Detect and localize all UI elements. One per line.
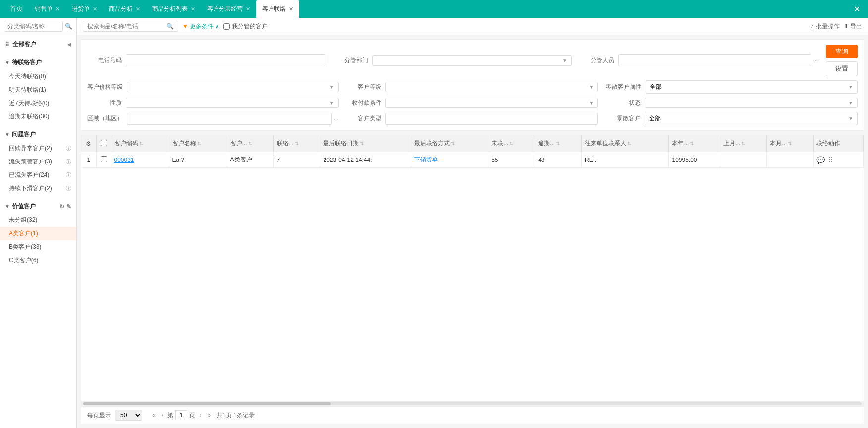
page-number-input[interactable]: 1 bbox=[175, 410, 188, 420]
filter-customer-level-select[interactable]: ▼ bbox=[385, 82, 598, 92]
nav-tab-sales[interactable]: 销售单 ✕ bbox=[29, 0, 66, 18]
last-page-btn[interactable]: » bbox=[205, 411, 213, 420]
filter-retail-attr-select[interactable]: 全部 ▼ bbox=[646, 80, 858, 94]
filter-phone-input[interactable] bbox=[126, 54, 326, 66]
my-customer-check[interactable] bbox=[223, 23, 230, 30]
chevron-down-icon-6: ▼ bbox=[589, 100, 594, 106]
filter-icon: ▼ bbox=[182, 23, 188, 30]
filter-manager-dots[interactable]: ··· bbox=[813, 57, 818, 64]
filter-region-input[interactable] bbox=[127, 113, 332, 125]
nav-tab-customer-contact[interactable]: 客户联络 ✕ bbox=[256, 0, 299, 18]
nav-tab-analysis[interactable]: 商品分析 ✕ bbox=[103, 0, 146, 18]
sidebar-item-today[interactable]: 今天待联络(0) bbox=[0, 70, 76, 83]
query-button[interactable]: 查询 bbox=[826, 45, 858, 58]
search-input[interactable] bbox=[87, 23, 166, 30]
close-tab-sales[interactable]: ✕ bbox=[55, 6, 60, 12]
first-page-btn[interactable]: « bbox=[150, 411, 158, 420]
sort-icon-name[interactable]: ⇅ bbox=[197, 141, 201, 146]
filter-manager: 分管人员 ··· bbox=[580, 54, 818, 66]
scrollbar-thumb[interactable] bbox=[83, 402, 331, 405]
sort-icon-person[interactable]: ⇅ bbox=[627, 141, 631, 146]
filter-region-dots[interactable]: ··· bbox=[334, 115, 339, 122]
sidebar-item-repurchase-abnormal[interactable]: 回购异常客户(2) ⓘ bbox=[0, 142, 76, 155]
td-no-contact: 55 bbox=[488, 152, 535, 168]
close-tab-purchase[interactable]: ✕ bbox=[93, 6, 97, 12]
td-code[interactable]: 000031 bbox=[111, 152, 169, 168]
filter-dept-select[interactable]: ▼ bbox=[372, 55, 572, 66]
sidebar-item-ungrouped[interactable]: 未分组(32) bbox=[0, 214, 76, 227]
chat-action-icon[interactable]: 💬 bbox=[816, 156, 825, 164]
nav-tab-customer-mgmt[interactable]: 客户分层经营 ✕ bbox=[201, 0, 256, 18]
filter-customer-type-label: 客户类型 bbox=[347, 114, 381, 123]
search-icon[interactable]: 🔍 bbox=[166, 23, 174, 30]
select-all-checkbox[interactable] bbox=[101, 140, 107, 146]
qr-action-icon[interactable]: ⠿ bbox=[828, 156, 833, 164]
td-last-method: 下销货单 bbox=[411, 152, 488, 168]
sidebar-item-tomorrow[interactable]: 明天待联络(1) bbox=[0, 83, 76, 97]
prev-page-btn[interactable]: ‹ bbox=[160, 411, 165, 420]
sort-icon-year[interactable]: ⇅ bbox=[690, 141, 694, 146]
sidebar-item-declining[interactable]: 持续下滑客户(2) ⓘ bbox=[0, 182, 76, 195]
sidebar-item-overdue[interactable]: 逾期未联络(30) bbox=[0, 110, 76, 123]
sort-icon-no-contact[interactable]: ⇅ bbox=[509, 141, 513, 146]
filter-manager-input[interactable] bbox=[618, 54, 811, 66]
sort-icon-code[interactable]: ⇅ bbox=[139, 141, 143, 146]
sort-icon-method[interactable]: ⇅ bbox=[451, 141, 455, 146]
filter-row-3: 性质 ▼ 收付款条件 ▼ 状态 bbox=[87, 98, 858, 108]
my-customer-checkbox[interactable]: 我分管的客户 bbox=[223, 22, 268, 31]
close-tab-analysis[interactable]: ✕ bbox=[136, 6, 140, 12]
content-area: 🔍 ▼ 更多条件 ∧ 我分管的客户 ☑ 批量操作 ⬆ 导出 bbox=[77, 18, 868, 428]
horizontal-scrollbar[interactable] bbox=[81, 401, 864, 406]
sidebar-item-c-class[interactable]: C类客户(6) bbox=[0, 254, 76, 267]
sidebar-item-churn-warning[interactable]: 流失预警客户(3) ⓘ bbox=[0, 155, 76, 168]
filter-payment-select[interactable]: ▼ bbox=[385, 98, 598, 108]
th-last-method: 最后联络方式 ⇅ bbox=[411, 135, 488, 152]
filter-customer-level-label: 客户等级 bbox=[347, 83, 381, 91]
gear-icon[interactable]: ⚙ bbox=[86, 140, 91, 147]
sidebar-search-input[interactable] bbox=[4, 21, 63, 32]
filter-nature-label: 性质 bbox=[87, 99, 122, 107]
next-page-btn[interactable]: › bbox=[197, 411, 203, 420]
sidebar-item-a-class[interactable]: A类客户(1) bbox=[0, 227, 76, 240]
filter-retail-customer-select[interactable]: 全部 ▼ bbox=[645, 112, 858, 125]
setting-button[interactable]: 设置 bbox=[826, 61, 858, 76]
sidebar-item-churned[interactable]: 已流失客户(24) ⓘ bbox=[0, 168, 76, 182]
sort-icon-month[interactable]: ⇅ bbox=[788, 141, 792, 146]
sort-icon-count[interactable]: ⇅ bbox=[295, 141, 299, 146]
filter-nature-select[interactable]: ▼ bbox=[126, 98, 339, 108]
batch-operation-btn[interactable]: ☑ 批量操作 bbox=[809, 22, 840, 31]
edit-icon[interactable]: ✎ bbox=[66, 203, 71, 210]
filter-customer-type-input[interactable] bbox=[385, 113, 598, 125]
sidebar-item-b-class[interactable]: B类客户(33) bbox=[0, 240, 76, 254]
export-btn[interactable]: ⬆ 导出 bbox=[844, 22, 862, 31]
close-tab-customer-contact[interactable]: ✕ bbox=[289, 6, 293, 12]
sort-icon-date[interactable]: ⇅ bbox=[360, 141, 364, 146]
nav-tab-purchase[interactable]: 进货单 ✕ bbox=[66, 0, 103, 18]
page-size-select[interactable]: 50 100 200 bbox=[115, 410, 142, 421]
nav-tab-analysis-list[interactable]: 商品分析列表 ✕ bbox=[146, 0, 201, 18]
sidebar-group-pending: ▼ 待联络客户 bbox=[0, 55, 76, 70]
close-window[interactable]: ✕ bbox=[850, 4, 864, 14]
filter-retail-attr: 零散客户属性 全部 ▼ bbox=[606, 80, 858, 94]
filter-price-level-select[interactable]: ▼ bbox=[127, 82, 339, 92]
collapse-icon[interactable]: ◀ bbox=[67, 42, 71, 47]
td-last-month bbox=[720, 152, 767, 168]
sort-icon-lmonth[interactable]: ⇅ bbox=[741, 141, 745, 146]
filter-status-select[interactable]: ▼ bbox=[645, 98, 858, 108]
chevron-down-icon-3: ▼ bbox=[589, 84, 594, 90]
sidebar-all-customers[interactable]: ⠿ 全部客户 ◀ bbox=[0, 37, 76, 52]
refresh-icon[interactable]: ↻ bbox=[59, 203, 64, 210]
nav-home[interactable]: 首页 bbox=[4, 0, 29, 18]
filter-payment-label: 收付款条件 bbox=[347, 99, 381, 107]
sort-icon-overdue[interactable]: ⇅ bbox=[556, 141, 560, 146]
filter-actions: 查询 设置 bbox=[818, 45, 858, 76]
sidebar-item-7days[interactable]: 近7天待联络(0) bbox=[0, 97, 76, 110]
filter-more-btn[interactable]: ▼ 更多条件 ∧ bbox=[182, 22, 219, 31]
sort-icon-level[interactable]: ⇅ bbox=[248, 141, 252, 146]
row-checkbox[interactable] bbox=[101, 156, 107, 162]
sidebar-search-icon[interactable]: 🔍 bbox=[65, 23, 72, 30]
close-tab-customer-mgmt[interactable]: ✕ bbox=[246, 6, 250, 12]
action-icons: 💬 ⠿ bbox=[816, 156, 860, 164]
filter-dept: 分管部门 ▼ bbox=[333, 55, 572, 66]
close-tab-analysis-list[interactable]: ✕ bbox=[191, 6, 195, 12]
